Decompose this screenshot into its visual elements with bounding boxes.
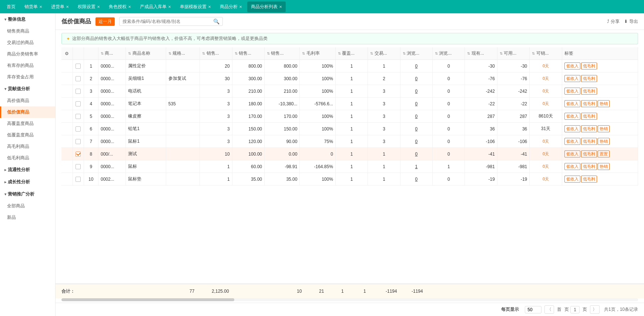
col-gross-rate[interactable]: ⇅ 毛利率: [300, 47, 335, 60]
row-settings: [61, 148, 73, 160]
row-sale-price: 35.00: [232, 173, 264, 186]
row-checkbox[interactable]: [73, 148, 84, 160]
close-icon-permissions[interactable]: ✕: [97, 5, 100, 9]
row-number: 3: [84, 85, 98, 98]
sidebar-item-high-margin[interactable]: 高毛利商品: [0, 141, 55, 152]
sidebar-item-stock-goods[interactable]: 有库存的商品: [0, 60, 55, 71]
row-settings: [61, 173, 73, 186]
col-settings[interactable]: ⚙: [61, 47, 73, 60]
nav-item-analysis-list[interactable]: 商品分析列表 ✕: [247, 1, 286, 12]
share-button[interactable]: ⤴ 分享: [607, 18, 620, 25]
filter-button[interactable]: 近一月: [95, 17, 115, 26]
page-title: 低价值商品: [61, 18, 91, 26]
col-sale-qty[interactable]: ⇅ 销售...: [200, 47, 232, 60]
row-trade: 3: [368, 135, 400, 148]
col-trade[interactable]: ⇅ 交易...: [368, 47, 400, 60]
sidebar-item-high-coverage[interactable]: 高覆盖度商品: [0, 118, 55, 129]
col-sale-amount[interactable]: ⇅ 销售...: [265, 47, 300, 60]
col-coverage[interactable]: ⇅ 覆盖...: [335, 47, 368, 60]
row-checkbox[interactable]: [73, 160, 84, 173]
notice-text: 这部分商品的销售收入大幅低于商品平均销售收入，价值不高，可考虑调整营销策略，或是…: [72, 35, 268, 42]
page-number[interactable]: 1: [570, 306, 580, 313]
close-icon-purchase[interactable]: ✕: [66, 5, 69, 9]
row-tags: 低收入低毛利热销: [562, 98, 638, 110]
row-coverage: 1: [335, 148, 368, 160]
sidebar-item-traded-goods[interactable]: 交易过的商品: [0, 37, 55, 48]
row-view1[interactable]: 0: [400, 173, 432, 186]
nav-item-sales[interactable]: 销货单 ✕: [21, 1, 46, 12]
notice-bar: ✦ 这部分商品的销售收入大幅低于商品平均销售收入，价值不高，可考虑调整营销策略，…: [61, 33, 638, 44]
prev-page-button[interactable]: 〈: [544, 305, 554, 314]
sidebar-item-sales-goods[interactable]: 销售类商品: [0, 26, 55, 37]
close-icon-sales[interactable]: ✕: [39, 5, 42, 9]
sidebar-group-liquidity[interactable]: ▸ 流通性分析: [0, 164, 55, 176]
col-name[interactable]: ⇅ 商品名称: [126, 47, 166, 60]
nav-item-templates[interactable]: 单据模板设置 ✕: [176, 1, 215, 12]
sidebar-item-category-rate[interactable]: 商品分类销售率: [0, 48, 55, 60]
close-icon-products[interactable]: ✕: [168, 5, 171, 9]
row-view1[interactable]: 0: [400, 123, 432, 135]
row-sale-amount: 800.00: [265, 60, 300, 72]
col-available[interactable]: ⇅ 可用...: [497, 47, 529, 60]
row-view1[interactable]: 0: [400, 135, 432, 148]
sidebar-item-high-value[interactable]: 高价值商品: [0, 95, 55, 106]
row-view2: 0: [433, 123, 465, 135]
row-gross-rate: 100%: [300, 110, 335, 123]
sidebar-item-low-coverage[interactable]: 低覆盖度商品: [0, 129, 55, 141]
nav-item-purchase[interactable]: 进货单 ✕: [47, 1, 73, 12]
row-checkbox[interactable]: [73, 72, 84, 85]
row-checkbox[interactable]: [73, 85, 84, 98]
row-sale-qty: 3: [200, 98, 232, 110]
close-icon-analysis-list[interactable]: ✕: [279, 5, 282, 9]
nav-item-permissions[interactable]: 权限设置 ✕: [74, 1, 104, 12]
row-checkbox[interactable]: [73, 60, 84, 72]
col-sale-price[interactable]: ⇅ 销售...: [232, 47, 264, 60]
sidebar-group-growth[interactable]: ▸ 成长性分析: [0, 176, 55, 188]
search-icon[interactable]: 🔍: [213, 18, 219, 24]
sidebar-item-new-goods[interactable]: 新品: [0, 212, 55, 223]
row-number: 9: [84, 160, 98, 173]
row-view1[interactable]: 0: [400, 98, 432, 110]
row-view1[interactable]: 0: [400, 110, 432, 123]
sidebar-group-contribution[interactable]: ▾ 贡献值分析: [0, 83, 55, 95]
next-page-button[interactable]: 〉: [590, 305, 600, 314]
row-checkbox[interactable]: [73, 173, 84, 186]
sidebar-group-overall[interactable]: ▾ 整体信息: [0, 13, 55, 26]
nav-item-products[interactable]: 产成品入库单 ✕: [136, 1, 175, 12]
per-page-select[interactable]: 50 100: [525, 306, 541, 313]
nav-item-analysis[interactable]: 商品分析 ✕: [216, 1, 246, 12]
sidebar-item-stock-capital[interactable]: 库存资金占用: [0, 71, 55, 83]
row-view1[interactable]: 0: [400, 72, 432, 85]
row-checkbox[interactable]: [73, 98, 84, 110]
col-spec[interactable]: ⇅ 规格...: [166, 47, 199, 60]
col-view1[interactable]: ⇅ 浏览...: [400, 47, 432, 60]
sidebar-item-low-value[interactable]: 低价值商品: [0, 106, 55, 118]
close-icon-analysis[interactable]: ✕: [239, 5, 242, 9]
row-view2: 0: [433, 173, 465, 186]
nav-item-roles[interactable]: 角色授权 ✕: [105, 1, 135, 12]
col-saleable[interactable]: ⇅ 可销...: [530, 47, 562, 60]
col-view2[interactable]: ⇅ 浏览...: [433, 47, 465, 60]
col-current[interactable]: ⇅ 现有...: [465, 47, 497, 60]
row-spec: 参加复试: [166, 72, 199, 85]
row-view1[interactable]: 0: [400, 85, 432, 98]
row-view1[interactable]: 1: [400, 160, 432, 173]
nav-item-home[interactable]: 首页: [3, 1, 19, 12]
search-input[interactable]: [123, 19, 211, 24]
row-view1[interactable]: 0: [400, 148, 432, 160]
row-code: 0000...: [98, 123, 125, 135]
horizontal-scrollbar[interactable]: [61, 298, 638, 301]
sidebar-group-marketing[interactable]: ▾ 营销推广分析: [0, 188, 55, 200]
sidebar-item-low-margin[interactable]: 低毛利商品: [0, 152, 55, 164]
close-icon-templates[interactable]: ✕: [208, 5, 211, 9]
sidebar-item-all-goods[interactable]: 全部商品: [0, 200, 55, 212]
col-code[interactable]: ⇅ 商...: [98, 47, 125, 60]
row-checkbox[interactable]: [73, 123, 84, 135]
row-view1[interactable]: 0: [400, 60, 432, 72]
row-spec: [166, 85, 199, 98]
close-icon-roles[interactable]: ✕: [128, 5, 131, 9]
export-button[interactable]: ⬇ 导出: [624, 18, 638, 25]
row-checkbox[interactable]: [73, 135, 84, 148]
page-word: 首: [557, 306, 561, 313]
row-checkbox[interactable]: [73, 110, 84, 123]
